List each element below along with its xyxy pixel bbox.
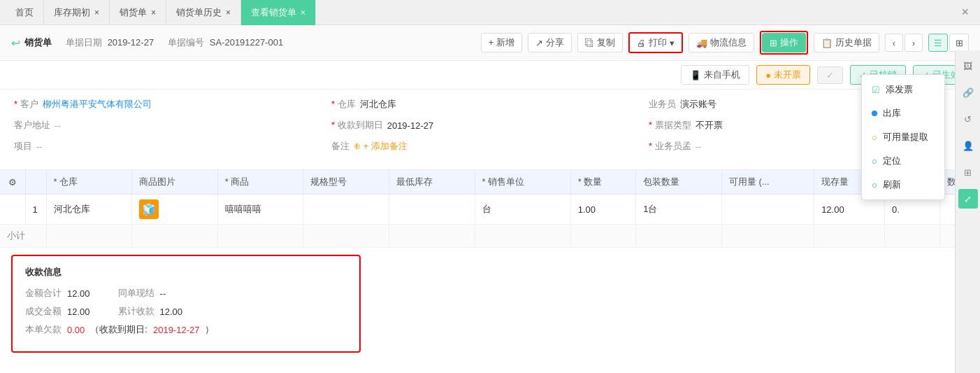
outbound-dot bbox=[872, 111, 877, 116]
tab-view-sales[interactable]: 查看销货单 × bbox=[241, 0, 316, 25]
date-value: 2019-12-27 bbox=[108, 37, 154, 48]
address-value: -- bbox=[55, 120, 138, 131]
prev-arrow[interactable]: ‹ bbox=[885, 34, 903, 52]
cell-pack-qty: 1台 bbox=[636, 195, 722, 225]
history-button[interactable]: 📋 历史单据 bbox=[814, 33, 879, 52]
list-view-button[interactable]: ☰ bbox=[928, 34, 948, 52]
tab-history[interactable]: 销货单历史 × bbox=[166, 0, 241, 25]
tab-inventory[interactable]: 库存期初 × bbox=[44, 0, 110, 25]
subtotal-empty4 bbox=[303, 225, 389, 248]
from-phone-button[interactable]: 📱 来自手机 bbox=[681, 65, 749, 85]
col-sales-unit: * 销售单位 bbox=[475, 170, 570, 195]
add-button[interactable]: + 新增 bbox=[481, 33, 522, 52]
subtotal-empty11 bbox=[884, 225, 939, 248]
project-field: 项目 -- bbox=[14, 140, 331, 153]
address-label: 客户地址 bbox=[14, 119, 50, 132]
form-row-3: 项目 -- 备注 ⊕ + 添加备注 业务员孟 -- bbox=[14, 140, 966, 153]
invoice-type-value: 不开票 bbox=[696, 119, 779, 132]
sidebar-user-icon[interactable]: 👤 bbox=[958, 136, 978, 155]
locate-item[interactable]: ○ 定位 bbox=[862, 149, 944, 173]
dot-icon: ● bbox=[765, 70, 771, 80]
sidebar-link-icon[interactable]: 🔗 bbox=[958, 83, 978, 102]
outbound-label: 出库 bbox=[883, 107, 901, 120]
customer-value[interactable]: 柳州粤港平安气体有限公司 bbox=[43, 98, 152, 111]
close-tab-history[interactable]: × bbox=[226, 8, 231, 17]
close-tab-sales[interactable]: × bbox=[151, 8, 156, 17]
next-arrow[interactable]: › bbox=[905, 34, 923, 52]
close-tab-view[interactable]: × bbox=[301, 8, 305, 17]
logistics-icon: 🚚 bbox=[696, 38, 707, 48]
checkbox-icon: ☑ bbox=[872, 85, 880, 95]
sidebar-rotate-icon[interactable]: ↺ bbox=[958, 109, 978, 129]
global-close-button[interactable]: × bbox=[956, 5, 974, 20]
available-qty-label: 可用量提取 bbox=[883, 131, 928, 143]
due-end: ） bbox=[205, 323, 214, 336]
copy-button[interactable]: ⿻ 复制 bbox=[577, 33, 623, 52]
staff-label: 业务员 bbox=[649, 98, 676, 111]
table-area: ⚙ * 仓库 商品图片 * 商品 规格型号 最低库存 * 销售单位 * 数量 包… bbox=[0, 170, 980, 248]
cell-warehouse: 河北仓库 bbox=[46, 195, 132, 225]
date-label: 单据日期 2019-12-27 bbox=[66, 36, 154, 49]
subtotal-empty6 bbox=[475, 225, 570, 248]
status-bar: 📱 来自手机 ● 未开票 ✓ ✓ 已核销 ✓ 已生效 bbox=[0, 61, 980, 90]
cumulative-label: 累计收款 bbox=[118, 305, 154, 318]
cell-quantity: 1.00 bbox=[570, 195, 636, 225]
logistics-button[interactable]: 🚚 物流信息 bbox=[689, 33, 754, 52]
payment-row-1: 金额合计 12.00 同单现结 -- bbox=[25, 287, 347, 300]
add-note-link[interactable]: ⊕ + 添加备注 bbox=[354, 140, 438, 153]
link-icon: 🔗 bbox=[963, 87, 974, 98]
subtotal-empty7 bbox=[570, 225, 636, 248]
col-available: 可用量 (... bbox=[721, 170, 814, 195]
operations-button[interactable]: ⊞ 操作 bbox=[762, 33, 806, 52]
verified-disabled-button: ✓ bbox=[817, 66, 843, 84]
due-item: 本单欠款 0.00 （收款到期日: 2019-12-27 ） bbox=[25, 323, 347, 336]
not-opened-button[interactable]: ● 未开票 bbox=[756, 65, 810, 85]
col-product-img: 商品图片 bbox=[132, 170, 218, 195]
copy-icon: ⿻ bbox=[585, 38, 594, 48]
operations-icon: ⊞ bbox=[770, 38, 777, 48]
sidebar-table-icon[interactable]: ⊞ bbox=[958, 162, 978, 182]
add-invoice-label: 添发票 bbox=[886, 83, 913, 96]
due-date: 2019-12-27 bbox=[153, 325, 200, 335]
sidebar-img-icon[interactable]: 🖼 bbox=[958, 56, 978, 76]
share-button[interactable]: ↗ 分享 bbox=[528, 33, 572, 52]
col-pack-qty: 包装数量 bbox=[636, 170, 722, 195]
form-area: 客户 柳州粤港平安气体有限公司 仓库 河北仓库 业务员 演示账号 客户地址 --… bbox=[0, 90, 980, 170]
payment-date-label: 收款到期日 bbox=[331, 119, 383, 132]
tab-home[interactable]: 首页 bbox=[6, 0, 44, 25]
subtotal-empty5 bbox=[389, 225, 475, 248]
subtotal-empty1 bbox=[46, 225, 132, 248]
outbound-item[interactable]: 出库 bbox=[862, 101, 944, 125]
operations-wrapper: ⊞ 操作 bbox=[760, 31, 808, 55]
col-spec: 规格型号 bbox=[303, 170, 389, 195]
subtotal-empty2 bbox=[132, 225, 218, 248]
subtotal-empty9 bbox=[721, 225, 814, 248]
available-qty-item[interactable]: ○ 可用量提取 bbox=[862, 125, 944, 149]
print-button[interactable]: 🖨 打印 ▾ bbox=[628, 32, 683, 53]
project-value: -- bbox=[36, 141, 120, 152]
available-icon: ○ bbox=[872, 132, 877, 143]
total-amount-item: 金额合计 12.00 bbox=[25, 287, 90, 300]
items-table: ⚙ * 仓库 商品图片 * 商品 规格型号 最低库存 * 销售单位 * 数量 包… bbox=[0, 170, 980, 248]
cell-sales-unit: 台 bbox=[475, 195, 570, 225]
form-row-1: 客户 柳州粤港平安气体有限公司 仓库 河北仓库 业务员 演示账号 bbox=[14, 98, 966, 111]
payment-date-value: 2019-12-27 bbox=[387, 120, 471, 131]
warehouse-field: 仓库 河北仓库 bbox=[331, 98, 649, 111]
add-invoice-item[interactable]: ☑ 添发票 bbox=[862, 78, 944, 101]
col-seq bbox=[25, 170, 46, 195]
salesperson-label: 业务员孟 bbox=[649, 140, 691, 153]
refresh-item[interactable]: ○ 刷新 bbox=[862, 173, 944, 197]
table-header-row: ⚙ * 仓库 商品图片 * 商品 规格型号 最低库存 * 销售单位 * 数量 包… bbox=[0, 170, 980, 195]
invoice-type-label: 票据类型 bbox=[649, 119, 691, 132]
tab-sales[interactable]: 销货单 × bbox=[110, 0, 166, 25]
col-quantity: * 数量 bbox=[570, 170, 636, 195]
tab-bar: 首页 库存期初 × 销货单 × 销货单历史 × 查看销货单 × × bbox=[0, 0, 980, 25]
grid-view-button[interactable]: ⊞ bbox=[949, 34, 969, 52]
address-field: 客户地址 -- bbox=[14, 119, 331, 132]
salesperson-value: -- bbox=[696, 141, 779, 152]
close-tab-inventory[interactable]: × bbox=[94, 8, 99, 17]
customer-field: 客户 柳州粤港平安气体有限公司 bbox=[14, 98, 331, 111]
locate-label: 定位 bbox=[883, 155, 901, 167]
sidebar-expand-icon[interactable]: ⤢ bbox=[958, 189, 978, 209]
refresh-label: 刷新 bbox=[883, 178, 901, 191]
